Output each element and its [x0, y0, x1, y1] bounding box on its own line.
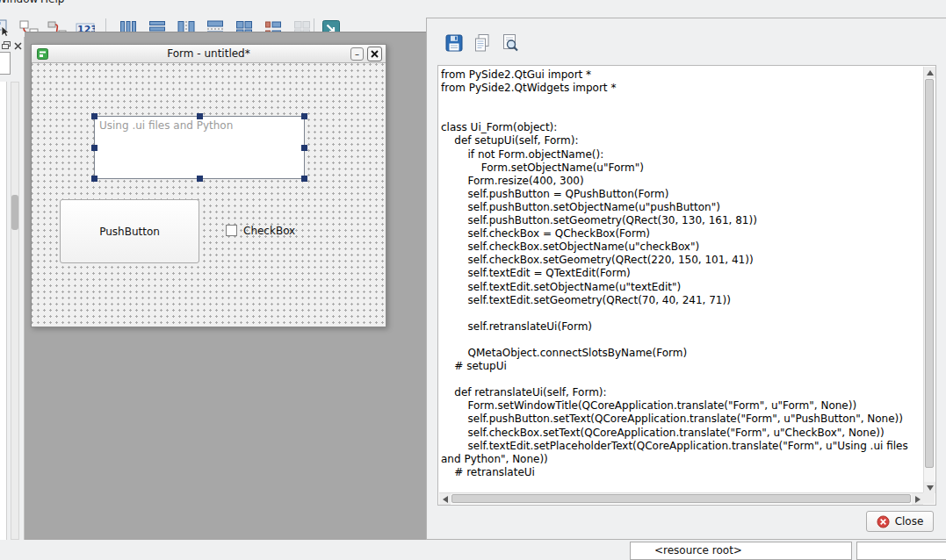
scrollbar-thumb[interactable]	[451, 494, 911, 503]
dock-float-icon	[2, 41, 11, 50]
selection-handle[interactable]	[301, 176, 307, 182]
pushbutton-label: PushButton	[99, 226, 160, 238]
horizontal-scrollbar[interactable]	[439, 492, 923, 504]
widget-filter-input[interactable]	[0, 52, 11, 75]
form-window-title: Form - untitled*	[32, 45, 386, 63]
close-button-label: Close	[895, 515, 924, 528]
left-dock-strip	[0, 37, 25, 540]
menu-help[interactable]: Help	[40, 0, 64, 5]
scroll-up-button[interactable]	[924, 67, 935, 78]
code-preview-dialog: from PySide2.QtGui import * from PySide2…	[426, 18, 946, 540]
checkbox-box[interactable]	[226, 225, 237, 236]
textedit-widget[interactable]: Using .ui files and Python	[94, 116, 305, 179]
widget-list-edge	[0, 82, 7, 540]
code-view: from PySide2.QtGui import * from PySide2…	[437, 65, 936, 506]
arrow-left-icon	[443, 496, 448, 503]
selection-handle[interactable]	[197, 176, 203, 182]
checkbox-label: CheckBox	[243, 225, 295, 237]
close-red-icon	[877, 515, 890, 528]
selection-handle[interactable]	[301, 145, 307, 151]
find-button[interactable]	[500, 32, 521, 54]
arrow-up-icon	[927, 70, 934, 75]
menubar: Window Help	[0, 0, 946, 6]
code-text[interactable]: from PySide2.QtGui import * from PySide2…	[441, 68, 921, 491]
selection-handle[interactable]	[197, 113, 203, 119]
bottom-right-panel	[856, 542, 946, 560]
scroll-left-button[interactable]	[439, 493, 451, 505]
save-button[interactable]	[444, 32, 465, 54]
arrow-right-icon	[915, 496, 921, 503]
checkbox-widget[interactable]: CheckBox	[226, 223, 295, 238]
arrow-down-icon	[927, 485, 934, 491]
selection-handle[interactable]	[91, 113, 97, 119]
dock-close-icon	[14, 42, 22, 50]
textedit-placeholder: Using .ui files and Python	[99, 119, 233, 132]
widget-list-scrollbar[interactable]	[11, 82, 19, 540]
scroll-right-button[interactable]	[912, 493, 923, 505]
pushbutton-widget[interactable]: PushButton	[60, 199, 199, 263]
menu-window[interactable]: Window	[0, 0, 38, 5]
resource-root-item[interactable]: <resource root>	[654, 544, 742, 556]
scrollbar-corner	[923, 492, 935, 504]
dock-close-button[interactable]	[12, 40, 23, 51]
form-minimize-button[interactable]: –	[350, 47, 364, 61]
find-icon	[501, 33, 520, 53]
scrollbar-thumb[interactable]	[11, 195, 18, 230]
selection-handle[interactable]	[91, 145, 97, 151]
copy-button[interactable]	[472, 32, 493, 54]
close-icon	[370, 49, 379, 59]
selection-handle[interactable]	[301, 113, 307, 119]
copy-icon	[473, 33, 492, 53]
qt-designer-window: { "menubar": { "items": ["Window", "Help…	[0, 0, 946, 560]
save-icon	[444, 33, 464, 53]
scrollbar-thumb[interactable]	[925, 79, 934, 468]
dock-float-button[interactable]	[1, 40, 11, 51]
selection-handle[interactable]	[91, 176, 97, 182]
form-editor-window: Form - untitled* – Using .ui files and P…	[31, 44, 386, 327]
vertical-scrollbar[interactable]	[923, 67, 935, 493]
form-window-titlebar[interactable]: Form - untitled* –	[32, 45, 386, 63]
resource-browser-panel[interactable]: <resource root>	[630, 542, 852, 560]
edit-widgets-icon	[0, 19, 12, 39]
form-close-button[interactable]	[367, 47, 382, 61]
close-button[interactable]: Close	[866, 511, 934, 532]
form-canvas[interactable]: Using .ui files and Python PushButton Ch…	[32, 63, 386, 327]
